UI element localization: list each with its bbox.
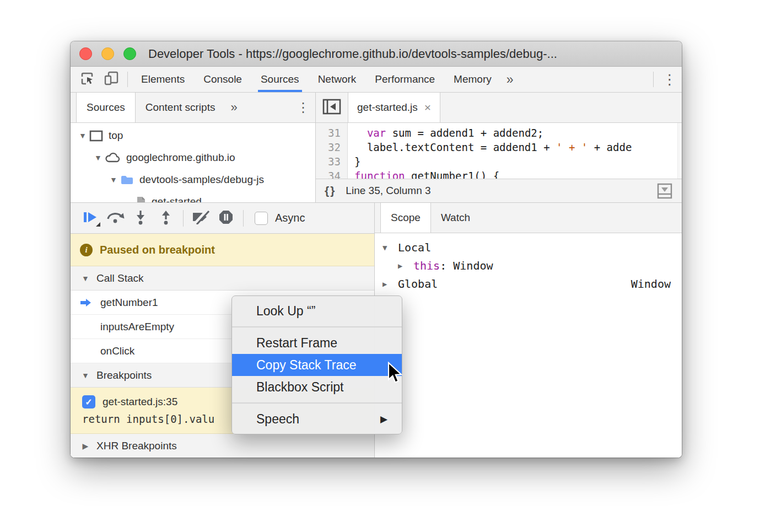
breakpoints-title: Breakpoints [96,369,152,381]
deactivate-breakpoints-icon [191,209,211,227]
line-number[interactable]: 31 [316,126,347,140]
tab-scope[interactable]: Scope [380,203,431,233]
context-menu: Look Up “”Restart FrameCopy Stack TraceB… [231,295,402,434]
close-window-button[interactable] [79,47,92,60]
tree-item-label: top [109,130,123,142]
editor-pane: get-started.js × 31 var sum = addend1 + … [316,93,682,202]
tree-item-get-started[interactable]: get-started [71,191,315,202]
zoom-window-button[interactable] [123,47,136,60]
tab-performance[interactable]: Performance [365,67,444,92]
xhr-breakpoints-header[interactable]: ▶ XHR Breakpoints [71,434,374,458]
call-stack-header[interactable]: ▼ Call Stack [71,266,374,291]
close-tab-icon[interactable]: × [424,101,431,114]
check-icon: ✓ [85,397,92,407]
menu-item-label: Look Up “” [256,304,315,319]
paused-message: Paused on breakpoint [100,244,215,256]
debugger-toolbar-divider [183,210,184,227]
desktop: Developer Tools - https://googlechrome.g… [0,0,765,532]
menu-item-speech[interactable]: Speech▶ [232,408,402,430]
inspect-icon [80,71,95,88]
tab-content-scripts[interactable]: Content scripts [136,93,225,122]
window-titlebar[interactable]: Developer Tools - https://googlechrome.g… [71,41,682,67]
tab-elements[interactable]: Elements [132,67,194,92]
chevron-right-icon[interactable]: ▶ [382,280,398,288]
toolbar-divider [127,72,128,87]
hide-navigator-button[interactable] [316,93,348,122]
scope-item-global[interactable]: ▶GlobalWindow [382,275,674,293]
file-icon [136,196,146,203]
minimize-window-button[interactable] [101,47,114,60]
step-out-button[interactable] [153,208,179,229]
navigator-kebab-menu-icon[interactable]: ⋮ [291,93,315,122]
chevron-right-icon: ▶ [79,442,92,450]
tab-sources[interactable]: Sources [251,67,309,92]
tab-network[interactable]: Network [309,67,366,92]
more-panels-icon[interactable]: » [501,67,519,92]
tree-expander-icon[interactable]: ▼ [107,175,120,184]
call-stack-title: Call Stack [96,272,144,284]
scope-item-name: Global [398,277,438,291]
chevron-down-icon[interactable]: ▼ [382,243,398,252]
scope-tab-strip: Scope Watch [375,203,682,233]
menu-item-look-up[interactable]: Look Up “” [232,300,402,322]
scope-item-value: Window [631,277,674,291]
editor-tab-get-started[interactable]: get-started.js × [348,93,440,122]
step-over-button[interactable] [103,208,128,229]
device-toolbar-icon [104,71,119,88]
resume-dropdown-caret [96,222,100,227]
toggle-device-toolbar-button[interactable] [99,67,123,92]
more-navigator-tabs-icon[interactable]: » [225,93,243,122]
deactivate-breakpoints-button[interactable] [188,208,213,229]
menu-item-blackbox-script[interactable]: Blackbox Script [232,376,402,398]
step-over-icon [106,210,125,227]
line-number[interactable]: 33 [316,154,347,169]
folder-icon [120,174,134,185]
breakpoint-checkbox[interactable]: ✓ [82,395,95,409]
collapse-panel-icon [322,98,342,117]
debugger-toolbar-divider [243,210,244,227]
pause-on-exceptions-button[interactable] [213,208,239,229]
inspect-element-button[interactable] [75,67,99,92]
line-number[interactable]: 32 [316,140,347,154]
scope-item-this[interactable]: ▶this: Window [398,256,674,275]
chevron-right-icon[interactable]: ▶ [398,261,413,270]
tab-memory[interactable]: Memory [444,67,501,92]
step-out-icon [159,209,173,227]
code-line: 32 label.textContent = addend1 + ' + ' +… [316,140,682,154]
editor-tab-strip: get-started.js × [316,93,682,123]
drawer-icon[interactable] [656,182,673,200]
editor-tab-label: get-started.js [357,101,418,114]
resume-script-button[interactable] [77,208,103,229]
code-editor: 31 var sum = addend1 + addend2;32 label.… [316,123,682,179]
menu-item-restart-frame[interactable]: Restart Frame [232,332,402,354]
sources-upper-area: Sources Content scripts » ⋮ ▼top▼googlec… [71,93,682,203]
xhr-breakpoints-title: XHR Breakpoints [96,440,177,452]
tree-expander-icon[interactable]: ▼ [76,131,89,140]
code-text: } [347,154,360,169]
tree-expander-icon[interactable]: ▼ [91,153,105,162]
line-number[interactable]: 34 [316,169,347,179]
tree-item-googlechrome-github-io[interactable]: ▼googlechrome.github.io [71,147,315,169]
tree-item-top[interactable]: ▼top [71,125,315,147]
frame-name: getNumber1 [100,297,158,309]
tab-console[interactable]: Console [194,67,251,92]
menu-item-copy-stack-trace[interactable]: Copy Stack Trace [232,354,402,376]
toolbar-divider [653,72,654,87]
code-text: label.textContent = addend1 + ' + ' + ad… [347,140,632,154]
pause-on-exceptions-icon [218,209,234,227]
step-into-button[interactable] [128,208,153,229]
menu-separator [232,402,402,404]
scope-item-local[interactable]: ▼Local [382,238,674,256]
submenu-arrow-icon: ▶ [380,413,387,425]
frame-icon [89,130,103,142]
tab-watch[interactable]: Watch [431,203,480,233]
code-line: 31 var sum = addend1 + addend2; [316,126,682,140]
menu-item-label: Restart Frame [256,336,337,351]
tab-sources-pane[interactable]: Sources [76,93,136,122]
pretty-print-icon[interactable]: {} [325,184,336,197]
window-title: Developer Tools - https://googlechrome.g… [148,47,557,61]
editor-statusbar: {} Line 35, Column 3 [316,179,682,202]
kebab-menu-icon[interactable]: ⋮ [658,67,682,92]
tree-item-devtools-samples-debug-js[interactable]: ▼devtools-samples/debug-js [71,169,315,191]
async-checkbox[interactable] [255,212,268,225]
